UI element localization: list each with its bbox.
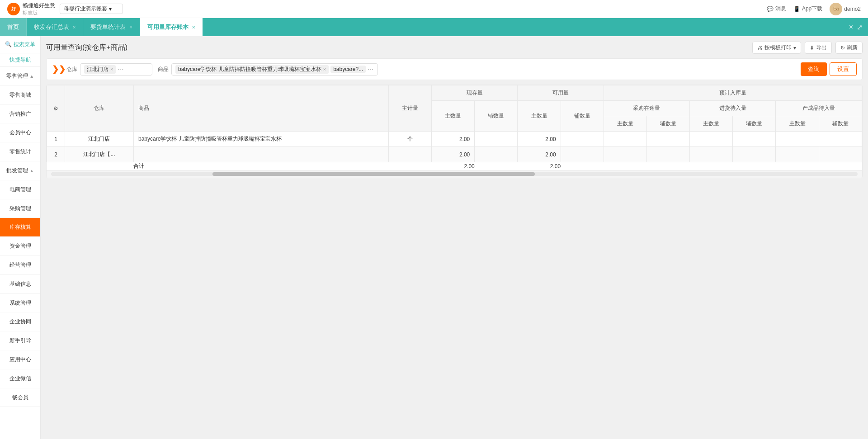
table-row: 2 江北门店【... 2.00 2.00 <box>47 147 862 162</box>
row-pt-main-2 <box>604 147 646 162</box>
settings-btn[interactable]: 设置 <box>830 62 857 76</box>
export-label: 导出 <box>816 44 827 52</box>
total-in-main <box>690 162 733 170</box>
nav-tabs: 首页 收发存汇总表 × 要货单统计表 × 可用量库存账本 × × ⤢ <box>0 18 868 36</box>
row-in-aux <box>733 132 776 147</box>
sidebar: 🔍 搜索菜单 快捷导航 零售管理 ▲ 零售商城 营销推广 会员中心 零售统计 批… <box>0 36 41 439</box>
tab-home[interactable]: 首页 <box>0 18 27 36</box>
avatar: Ea <box>830 3 842 15</box>
sidebar-item-operation[interactable]: 经营管理 <box>0 256 40 275</box>
col-unit: 主计量 <box>388 85 431 132</box>
message-label: 消息 <box>775 5 786 13</box>
page-actions: 🖨 按模板打印 ▾ ⬇ 导出 ↻ 刷新 <box>752 42 863 54</box>
product-tag-1-remove[interactable]: × <box>323 66 326 72</box>
total-pt-aux <box>646 162 689 170</box>
col-group-stock: 现存量 <box>432 85 518 101</box>
sidebar-item-retail-mall[interactable]: 零售商城 <box>0 86 40 105</box>
sidebar-item-purchase[interactable]: 采购管理 <box>0 199 40 218</box>
app-download-btn[interactable]: 📱 App下载 <box>793 5 822 13</box>
export-icon: ⬇ <box>810 45 814 51</box>
total-stock-aux <box>475 162 518 170</box>
industry-selector[interactable]: 母婴行业演示账套 ▾ <box>60 4 123 14</box>
sidebar-item-inventory-check[interactable]: 库存核算 <box>0 218 40 237</box>
col-pr-aux: 辅数量 <box>819 116 862 132</box>
tab-home-label: 首页 <box>7 23 19 31</box>
total-empty-2 <box>65 162 134 170</box>
sidebar-item-enterprise[interactable]: 企业协同 <box>0 312 40 331</box>
col-avail-main: 主数量 <box>518 101 561 132</box>
col-in-aux: 辅数量 <box>733 116 776 132</box>
row-avail-aux <box>561 132 604 147</box>
sidebar-item-marketing-label: 营销推广 <box>9 111 31 117</box>
horizontal-scrollbar[interactable] <box>51 172 858 176</box>
tab-orders[interactable]: 要货单统计表 × <box>83 18 140 36</box>
expand-arrow-icon: ▲ <box>29 74 34 79</box>
total-avail-main: 2.00 <box>518 162 561 170</box>
tab-inventory-label: 可用量库存账本 <box>147 23 189 31</box>
message-btn[interactable]: 💬 消息 <box>767 5 786 13</box>
tab-orders-label: 要货单统计表 <box>90 23 126 31</box>
sidebar-search[interactable]: 🔍 搜索菜单 <box>0 36 40 53</box>
row-pt-main <box>604 132 646 147</box>
product-input[interactable]: babycare学饮杯 儿童防摔防撞吸管杯重力球吸嘴杯宝宝水杯 × babyca… <box>171 63 378 76</box>
sidebar-item-retail-stats-label: 零售统计 <box>9 148 31 155</box>
sidebar-item-app-center[interactable]: 应用中心 <box>0 350 40 369</box>
row-in-main <box>690 132 733 147</box>
tab-receipts-close[interactable]: × <box>73 24 75 30</box>
sidebar-item-sys-mgmt-label: 系统管理 <box>9 300 31 306</box>
filter-toggle-btn[interactable]: ❯❯ <box>52 64 61 74</box>
close-all-btn[interactable]: × <box>849 23 853 31</box>
export-btn[interactable]: ⬇ 导出 <box>805 42 832 54</box>
sidebar-item-wechat[interactable]: 企业微信 <box>0 369 40 388</box>
warehouse-input[interactable]: 江北门店 × ··· <box>80 63 152 76</box>
tab-inventory-close[interactable]: × <box>192 24 195 30</box>
warehouse-filter: 仓库 江北门店 × ··· <box>66 63 152 76</box>
sidebar-item-newcomer[interactable]: 新手引导 <box>0 331 40 350</box>
sidebar-item-retail-mgmt-label: 零售管理 <box>6 73 28 79</box>
sidebar-item-wholesale-mgmt-label: 批发管理 <box>6 167 28 174</box>
sidebar-item-app-center-label: 应用中心 <box>9 356 31 363</box>
refresh-btn[interactable]: ↻ 刷新 <box>835 42 863 54</box>
tab-orders-close[interactable]: × <box>129 24 132 30</box>
total-in-aux <box>733 162 776 170</box>
tab-inventory[interactable]: 可用量库存账本 × <box>140 18 203 36</box>
sidebar-quick-nav[interactable]: 快捷导航 <box>0 53 40 67</box>
tab-receipts[interactable]: 收发存汇总表 × <box>27 18 83 36</box>
col-in-main: 主数量 <box>690 116 733 132</box>
product-more-icon[interactable]: ··· <box>368 65 373 73</box>
sidebar-item-ecommerce[interactable]: 电商管理 <box>0 180 40 199</box>
row-stock-aux <box>475 132 518 147</box>
sidebar-item-sys-mgmt[interactable]: 系统管理 <box>0 294 40 313</box>
table-footer: 合计 2.00 2.00 <box>47 162 862 170</box>
user-menu[interactable]: Ea demo2 <box>830 3 861 15</box>
col-settings-icon[interactable]: ⚙ <box>47 85 65 132</box>
col-group-incoming: 进货待入量 <box>690 101 776 116</box>
total-pr-aux <box>819 162 862 170</box>
sidebar-item-basic-info-label: 基础信息 <box>9 281 31 287</box>
sidebar-item-wechat-label: 企业微信 <box>9 375 31 382</box>
row-product: babycare学饮杯 儿童防摔防撞吸管杯重力球吸嘴杯宝宝水杯 <box>133 132 388 147</box>
row-in-aux-2 <box>733 147 776 162</box>
row-unit-2 <box>388 147 431 162</box>
sidebar-item-finance[interactable]: 资金管理 <box>0 237 40 256</box>
maximize-btn[interactable]: ⤢ <box>857 23 863 32</box>
sidebar-item-retail-stats[interactable]: 零售统计 <box>0 142 40 161</box>
row-num-2: 2 <box>47 147 65 162</box>
refresh-icon: ↻ <box>840 45 845 51</box>
warehouse-more-icon[interactable]: ··· <box>118 65 123 73</box>
col-group-produce: 产成品待入量 <box>776 101 862 116</box>
sidebar-item-retail-mgmt[interactable]: 零售管理 ▲ <box>0 67 40 86</box>
col-pt-aux: 辅数量 <box>646 116 689 132</box>
sidebar-item-basic-info[interactable]: 基础信息 <box>0 275 40 294</box>
print-btn[interactable]: 🖨 按模板打印 ▾ <box>752 42 801 54</box>
warehouse-tag: 江北门店 × <box>84 65 116 74</box>
warehouse-tag-remove[interactable]: × <box>110 66 113 72</box>
query-btn[interactable]: 查询 <box>801 62 827 76</box>
sidebar-item-marketing[interactable]: 营销推广 <box>0 105 40 124</box>
username-label: demo2 <box>844 6 861 12</box>
sidebar-item-vip[interactable]: 畅会员 <box>0 388 40 407</box>
sidebar-item-members[interactable]: 会员中心 <box>0 123 40 142</box>
sidebar-item-wholesale-mgmt[interactable]: 批发管理 ▲ <box>0 161 40 180</box>
page-header: 可用量查询(按仓库+商品) 🖨 按模板打印 ▾ ⬇ 导出 ↻ 刷新 <box>46 42 863 54</box>
col-group-purchase-transit: 采购在途量 <box>604 101 689 116</box>
